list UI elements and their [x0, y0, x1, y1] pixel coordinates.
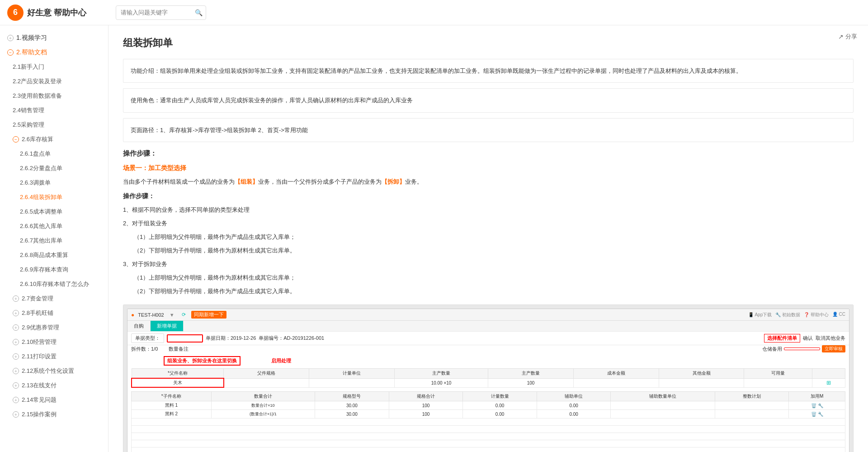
- mock-icon4: 👤 CC: [832, 312, 845, 318]
- intro-block: 功能介绍：组装拆卸单用来处理企业组装或拆卸等加工业务，支持有固定装配清单的产品加…: [123, 59, 854, 83]
- sidebar-item-stockerror[interactable]: 2.6.10库存账本错了怎么办: [0, 277, 108, 291]
- sidebar-item-video[interactable]: + 1.视频学习: [0, 31, 108, 45]
- mock-cell-unit: [309, 378, 395, 387]
- sidebar-item-partial[interactable]: 2.6.2分量盘点单: [0, 161, 108, 176]
- expand-icon-finance: +: [13, 295, 19, 302]
- step3-1: （1）上部明细为父件明细，最终作为原材料生成其它出库单；: [123, 272, 854, 284]
- sidebar-item-assembly[interactable]: 2.6.4组装拆卸单: [0, 190, 108, 205]
- mock-cancel: 取消其他业务: [816, 335, 845, 342]
- mock-cell-cost: [573, 378, 659, 387]
- mock-label-warehouse: 仓储备用: [762, 346, 782, 352]
- mock-icon3: ❓ 帮助中心: [804, 312, 829, 318]
- mock-bottom-row-6: [132, 440, 845, 447]
- sidebar-item-inventory[interactable]: − 2.6库存核算: [0, 132, 108, 147]
- mock-btn-confirm[interactable]: 立即审核: [822, 345, 845, 352]
- sidebar-label-assembly: 2.6.4组装拆卸单: [20, 193, 62, 201]
- mock-header: ● TEST-H002 ▼ ⟳ 同期新增一下 📱 App下载 🔧 初始数据 ❓ …: [127, 309, 849, 321]
- mock-th-avail: 可用量: [744, 369, 812, 379]
- app-header: 6 好生意 帮助中心 🔍: [0, 0, 868, 25]
- sidebar-label-inventory: 2.6库存核算: [22, 135, 53, 143]
- sidebar-item-coupon[interactable]: + 2.9优惠券管理: [0, 320, 108, 335]
- mock-annotation-btn: 选择配件清单: [764, 334, 800, 343]
- mock-bcell-aux2: 0.00: [537, 410, 611, 419]
- expand-icon-payment: +: [13, 382, 19, 389]
- sidebar-label-stockerror: 2.6.10库存账本错了怎么办: [20, 280, 89, 288]
- mock-tab-home[interactable]: 自购: [127, 321, 151, 331]
- sidebar-item-ops[interactable]: + 2.10经营管理: [0, 335, 108, 349]
- mock-bcell-spec21: 100: [389, 401, 463, 410]
- mock-header-icons: 📱 App下载 🔧 初始数据 ❓ 帮助中心 👤 CC: [748, 312, 845, 318]
- mock-bth-aux2: 辅助数量单位: [611, 392, 715, 401]
- sidebar-item-otherinstock[interactable]: 2.6.6其他入库单: [0, 219, 108, 233]
- sidebar-label-ops: 2.10经营管理: [22, 338, 57, 346]
- mock-tab-new-doc[interactable]: 新增单据: [151, 321, 184, 331]
- expand-icon-ops: +: [13, 339, 19, 345]
- mock-ui-wrapper: ● TEST-H002 ▼ ⟳ 同期新增一下 📱 App下载 🔧 初始数据 ❓ …: [127, 309, 849, 452]
- share-button[interactable]: ↗ 分享: [838, 33, 857, 41]
- keyword-assembly: 【组装】: [235, 178, 258, 185]
- mock-th-qty2: 主产数量: [488, 369, 574, 379]
- sidebar-item-mobile[interactable]: + 2.8手机旺铺: [0, 306, 108, 320]
- mock-refresh: ⟳: [182, 312, 186, 318]
- sidebar-item-costrecalc[interactable]: 2.6.8商品成本重算: [0, 248, 108, 262]
- sidebar-item-otheroutstock[interactable]: 2.6.7其他出库单: [0, 233, 108, 248]
- expand-icon: +: [7, 35, 14, 41]
- sidebar-item-stocktake[interactable]: 2.6.1盘点单: [0, 147, 108, 161]
- mock-bth-qty: 数量合计: [211, 392, 315, 401]
- sidebar-item-custom[interactable]: + 2.12系统个性化设置: [0, 364, 108, 378]
- sidebar-label-partial: 2.6.2分量盘点单: [20, 164, 62, 172]
- search-icon[interactable]: 🔍: [195, 9, 203, 16]
- sidebar-item-stockquery[interactable]: 2.6.9库存账本查询: [0, 262, 108, 277]
- page-title: 组装拆卸单: [123, 36, 854, 50]
- sidebar-item-sales[interactable]: 2.4销售管理: [0, 103, 108, 118]
- sidebar-item-install[interactable]: 2.2产品安装及登录: [0, 74, 108, 89]
- sidebar-label-finance: 2.7资金管理: [22, 295, 53, 303]
- mock-form-toolbar: 单据类型： 单据日期：2019-12-26 单据编号：AD-20191226-0…: [127, 332, 849, 345]
- mock-enable-label: 启用处理: [271, 357, 291, 364]
- expand-icon-coupon: +: [13, 324, 19, 331]
- sidebar-item-purchase[interactable]: 2.5采购管理: [0, 118, 108, 132]
- sidebar-label-costadjust: 2.6.5成本调整单: [20, 208, 62, 216]
- sidebar-item-costadjust[interactable]: 2.6.5成本调整单: [0, 205, 108, 219]
- sidebar-label-stockquery: 2.6.9库存账本查询: [20, 266, 68, 274]
- step3: 3、对于拆卸业务: [123, 258, 854, 270]
- search-input[interactable]: [116, 5, 206, 20]
- mock-company: TEST-H002: [138, 312, 164, 318]
- mock-btn-save[interactable]: 单据类型：: [131, 333, 164, 343]
- mock-top-row: 关木 10.00 ×10 100 ⊞: [132, 378, 845, 387]
- sidebar-item-docs[interactable]: − 2.帮助文档: [0, 45, 108, 60]
- mock-bcell-aux22: [611, 410, 715, 419]
- sidebar-label-faq: 2.14常见问题: [22, 396, 57, 404]
- collapse-icon: −: [7, 49, 14, 56]
- mock-assembly-switch: 组装业务、拆卸业务在这里切换: [164, 356, 241, 366]
- sidebar-item-finance[interactable]: + 2.7资金管理: [0, 291, 108, 306]
- mock-bcell-meas1: 0.00: [463, 401, 537, 410]
- expand-icon-cases: +: [13, 411, 19, 418]
- ops-label: 操作步骤：: [123, 149, 854, 158]
- mock-bottom-row-5: [132, 433, 845, 440]
- mock-top-table-section: *父件名称 父件规格 计量单位 主产数量 主产数量 成本金额 其他金额 可用量: [127, 368, 849, 388]
- sidebar-label-custom: 2.12系统个性化设置: [22, 367, 74, 375]
- expand-icon-faq: +: [13, 397, 19, 403]
- mock-new-doc-btn[interactable]: 同期新增一下: [191, 311, 226, 319]
- mock-bcell-spec2: 30.00: [315, 410, 389, 419]
- mock-bcell-qty1: 数量合计×10: [211, 401, 315, 410]
- mock-doctype-field[interactable]: [167, 334, 203, 343]
- mock-warehouse-input[interactable]: [784, 347, 820, 350]
- mock-cell-name: 关木: [132, 378, 224, 387]
- sidebar-item-payment[interactable]: + 2.13在线支付: [0, 378, 108, 393]
- sidebar-item-cases[interactable]: + 2.15操作案例: [0, 407, 108, 422]
- mock-th-spec: 父件规格: [224, 369, 309, 379]
- step2-2: （2）下部明细为子件明细，最终作为原材料生成其它出库单。: [123, 245, 854, 257]
- mock-bottom-row-7: [132, 447, 845, 452]
- mock-bottom-row-4: [132, 426, 845, 433]
- sidebar-item-faq[interactable]: + 2.14常见问题: [0, 393, 108, 407]
- sidebar-item-prepare[interactable]: 2.3使用前数据准备: [0, 89, 108, 103]
- mock-bcell-spec1: 30.00: [315, 401, 389, 410]
- screenshot-container: ● TEST-H002 ▼ ⟳ 同期新增一下 📱 App下载 🔧 初始数据 ❓ …: [123, 305, 854, 452]
- sidebar-item-newbie[interactable]: 2.1新手入门: [0, 60, 108, 74]
- sidebar-item-transfer[interactable]: 2.6.3调拨单: [0, 176, 108, 190]
- mock-confirm: 确认: [803, 335, 813, 342]
- sidebar-item-print[interactable]: + 2.11打印设置: [0, 349, 108, 364]
- sidebar-label-prepare: 2.3使用前数据准备: [13, 92, 62, 100]
